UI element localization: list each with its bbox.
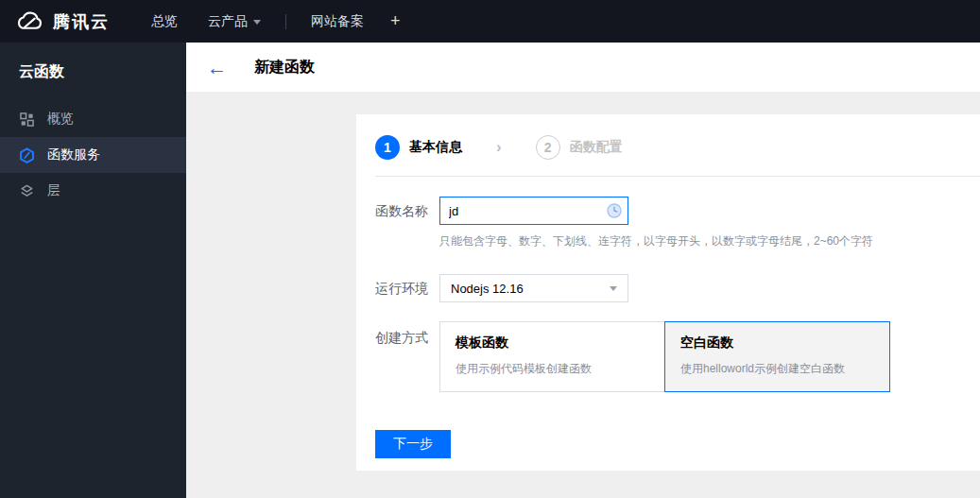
runtime-select[interactable]: Nodejs 12.16 <box>439 274 628 302</box>
chevron-down-icon <box>253 20 261 25</box>
app-body: 云函数 概览 函数服务 <box>0 43 980 498</box>
basic-info-form: 函数名称 只能包含字母、 <box>375 197 980 458</box>
method-card-desc: 使用示例代码模板创建函数 <box>456 361 649 377</box>
creation-method-label: 创建方式 <box>375 321 439 392</box>
step-label: 函数配置 <box>570 139 623 156</box>
cloud-logo-icon <box>13 10 44 32</box>
template-function-card[interactable]: 模板函数 使用示例代码模板创建函数 <box>439 321 665 392</box>
function-hexagon-icon <box>19 147 35 163</box>
sidebar-item-function-service[interactable]: 函数服务 <box>0 137 186 173</box>
function-name-input[interactable] <box>439 197 628 225</box>
sidebar-item-label: 概览 <box>47 111 74 128</box>
function-name-helper-text: 只能包含字母、数字、下划线、连字符，以字母开头，以数字或字母结尾，2~60个字符 <box>439 233 873 249</box>
sidebar-item-layers[interactable]: 层 <box>0 173 186 209</box>
layers-icon <box>19 183 35 199</box>
function-name-row: 函数名称 只能包含字母、 <box>375 197 980 249</box>
step-wizard: 1 基本信息 › 2 函数配置 <box>375 135 980 160</box>
sidebar-title: 云函数 <box>0 43 186 101</box>
function-name-label: 函数名称 <box>375 197 439 249</box>
step-basic-info: 1 基本信息 <box>375 135 462 160</box>
back-arrow-icon[interactable]: ← <box>207 58 227 77</box>
main-area: ← 新建函数 1 基本信息 › 2 函数配置 <box>186 43 980 498</box>
method-card-desc: 使用helloworld示例创建空白函数 <box>680 361 874 377</box>
sidebar-item-label: 函数服务 <box>47 146 100 163</box>
runtime-label: 运行环境 <box>375 274 439 302</box>
wizard-divider <box>375 176 980 177</box>
brand-name: 腾讯云 <box>53 10 110 33</box>
function-name-input-wrap <box>439 197 628 225</box>
runtime-row: 运行环境 Nodejs 12.16 <box>375 274 980 302</box>
topbar: 腾讯云 总览 云产品 网站备案 + <box>0 0 980 43</box>
content-background: 1 基本信息 › 2 函数配置 函数名称 <box>186 92 980 498</box>
page-header: ← 新建函数 <box>186 43 980 92</box>
sidebar-item-overview[interactable]: 概览 <box>0 101 186 137</box>
autofill-clock-icon[interactable] <box>607 203 622 218</box>
creation-method-row: 创建方式 模板函数 使用示例代码模板创建函数 空白函数 使用helloworld… <box>375 321 980 392</box>
page-title: 新建函数 <box>254 58 315 77</box>
step-number-badge: 1 <box>375 135 400 160</box>
runtime-selected-value: Nodejs 12.16 <box>451 282 524 296</box>
sidebar-item-label: 层 <box>47 182 60 199</box>
nav-overview[interactable]: 总览 <box>136 0 193 43</box>
step-function-config: 2 函数配置 <box>536 135 623 160</box>
new-function-card: 1 基本信息 › 2 函数配置 函数名称 <box>356 114 980 471</box>
creation-method-cards: 模板函数 使用示例代码模板创建函数 空白函数 使用helloworld示例创建空… <box>439 321 890 392</box>
sidebar: 云函数 概览 函数服务 <box>0 43 186 498</box>
step-label: 基本信息 <box>409 139 462 156</box>
select-caret-icon <box>610 286 617 291</box>
function-name-field-group: 只能包含字母、数字、下划线、连字符，以字母开头，以数字或字母结尾，2~60个字符 <box>439 197 873 249</box>
next-step-button[interactable]: 下一步 <box>375 430 451 458</box>
step-separator-chevron-icon: › <box>496 138 502 157</box>
step-number-badge: 2 <box>536 135 560 160</box>
method-card-title: 模板函数 <box>456 335 649 352</box>
nav-cloud-products[interactable]: 云产品 <box>193 0 276 43</box>
blank-function-card[interactable]: 空白函数 使用helloworld示例创建空白函数 <box>664 321 890 392</box>
nav-divider <box>285 14 286 29</box>
grid-icon <box>19 112 35 128</box>
top-nav: 总览 云产品 网站备案 + <box>136 0 412 43</box>
method-card-title: 空白函数 <box>680 335 874 352</box>
nav-icp-filing[interactable]: 网站备案 <box>296 0 379 43</box>
tencent-cloud-logo[interactable]: 腾讯云 <box>13 10 110 33</box>
nav-add-shortcut-button[interactable]: + <box>379 0 412 43</box>
